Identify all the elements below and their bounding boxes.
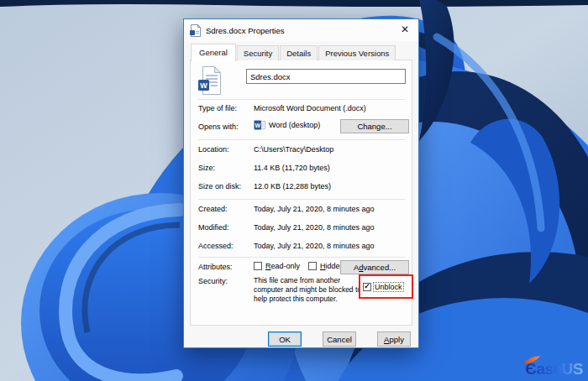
check-icon: ✓ [364, 283, 370, 290]
created-label: Created: [198, 205, 228, 213]
filename-input[interactable] [246, 69, 406, 84]
opens-with-label: Opens with: [198, 123, 239, 131]
readonly-checkbox-group: Read-only [254, 262, 300, 270]
opens-with-app-name: Word (desktop) [269, 121, 320, 129]
ok-button[interactable]: OK [268, 331, 302, 347]
size-label: Size: [198, 164, 215, 172]
close-icon: ✕ [401, 23, 409, 35]
easeus-watermark: ЄaseUS [525, 360, 583, 378]
advanced-button[interactable]: Advanced... [340, 260, 409, 274]
readonly-checkbox[interactable] [254, 262, 262, 270]
tab-strip: General Security Details Previous Versio… [191, 44, 396, 60]
svg-text:W: W [255, 123, 260, 128]
dialog-titlebar[interactable]: Sdres.docx Properties ✕ [184, 19, 418, 41]
modified-label: Modified: [198, 223, 229, 232]
size-on-disk-value: 12.0 KB (12,288 bytes) [254, 182, 331, 190]
word-app-icon: W [254, 119, 265, 131]
created-value: Today, July 21, 2020, 8 minutes ago [254, 205, 374, 213]
security-label: Security: [198, 277, 228, 285]
unblock-highlight-box: ✓ Unblock [359, 274, 413, 299]
tab-security[interactable]: Security [237, 45, 279, 60]
separator [198, 99, 405, 100]
accessed-value: Today, July 21, 2020, 8 minutes ago [254, 242, 374, 250]
document-icon [190, 24, 201, 37]
hidden-checkbox[interactable] [308, 262, 317, 270]
apply-button[interactable]: Apply [377, 331, 411, 347]
unblock-checkbox[interactable]: ✓ [363, 283, 371, 291]
opens-with-value: W Word (desktop) [254, 119, 320, 131]
readonly-label[interactable]: Read-only [265, 262, 300, 270]
unblock-label[interactable]: Unblock [374, 283, 403, 291]
accessed-label: Accessed: [198, 242, 234, 250]
close-button[interactable]: ✕ [391, 19, 418, 39]
word-document-icon: W [197, 65, 223, 96]
change-button[interactable]: Change... [340, 119, 409, 133]
type-of-file-value: Microsoft Word Document (.docx) [254, 104, 366, 112]
separator [198, 257, 405, 258]
general-tab-panel: W Type of file: Microsoft Word Document … [190, 60, 412, 326]
separator [198, 139, 405, 140]
type-of-file-label: Type of file: [198, 104, 237, 112]
attributes-label: Attributes: [198, 263, 233, 271]
size-value: 11.4 KB (11,720 bytes) [254, 164, 330, 172]
tab-previous-versions[interactable]: Previous Versions [318, 45, 396, 60]
tab-general[interactable]: General [191, 44, 236, 61]
tab-details[interactable]: Details [280, 45, 318, 60]
hidden-checkbox-group: Hidden [308, 262, 344, 270]
svg-text:W: W [200, 81, 207, 90]
cancel-button[interactable]: Cancel [323, 331, 356, 347]
modified-value: Today, July 21, 2020, 8 minutes ago [254, 223, 374, 232]
location-value: C:\Users\Tracy\Desktop [254, 145, 333, 154]
separator [198, 199, 405, 200]
size-on-disk-label: Size on disk: [198, 182, 241, 190]
location-label: Location: [198, 145, 229, 154]
security-description: This file came from another computer and… [254, 276, 361, 304]
easeus-logo-text: aseUS [536, 360, 583, 378]
properties-dialog: Sdres.docx Properties ✕ General Security… [183, 18, 419, 348]
desktop: Sdres.docx Properties ✕ General Security… [0, 0, 588, 381]
dialog-title: Sdres.docx Properties [206, 26, 284, 35]
